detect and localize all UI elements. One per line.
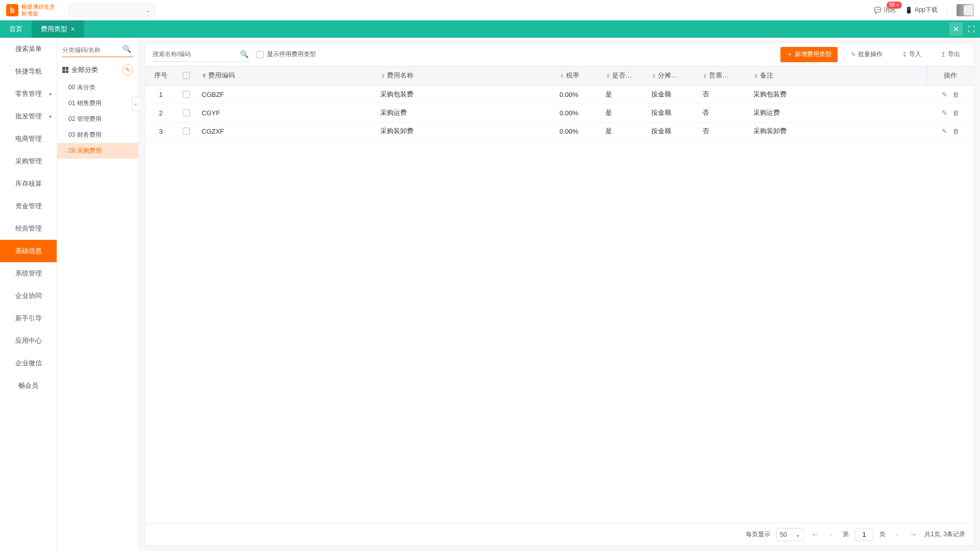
th-label: 普票… [709, 71, 729, 79]
per-page-select[interactable]: 50 ⌄ [776, 528, 804, 541]
col-checkbox[interactable] [176, 66, 197, 85]
sidebar-item-system[interactable]: 系统管理 [0, 262, 57, 285]
delete-row-button[interactable]: 🗑 [952, 128, 959, 135]
per-page-label: 每页显示 [746, 530, 770, 539]
next-page-button[interactable]: › [892, 530, 902, 540]
per-page-value: 50 [780, 531, 787, 538]
edit-row-button[interactable]: ✎ [942, 91, 947, 98]
sidebar-item-wholesale[interactable]: 批发管理▾ [0, 105, 57, 128]
category-node[interactable]: 01 销售费用 [57, 95, 138, 111]
edit-row-button[interactable]: ✎ [942, 128, 947, 135]
sidebar-item-retail[interactable]: 零售管理▾ [0, 83, 57, 105]
search-icon[interactable]: 🔍 [122, 45, 131, 53]
sort-icon: ▲▼ [559, 73, 565, 78]
category-node[interactable]: 02 管理费用 [57, 111, 138, 127]
th-label: 分摊… [658, 71, 678, 79]
col-ticket[interactable]: ▲▼普票… [697, 66, 748, 85]
col-flag[interactable]: ▲▼是否… [600, 66, 646, 85]
tabbar-close-button[interactable]: ✕ [949, 22, 963, 36]
cell-checkbox[interactable] [176, 122, 197, 140]
col-rate[interactable]: ▲▼税率 [554, 66, 600, 85]
cell-remark: 采购运费 [748, 104, 927, 122]
tab-expense-type[interactable]: 费用类型 ✕ [32, 20, 84, 38]
messages-badge: 99 + [887, 2, 902, 9]
sidebar-item-basic-info[interactable]: 基础信息 [0, 240, 57, 262]
page-input[interactable] [855, 529, 873, 541]
delete-row-button[interactable]: 🗑 [952, 91, 959, 98]
table-header-row: 序号 ▲▼费用编码 ▲▼费用名称 ▲▼税率 ▲▼是否… ▲▼分摊… ▲▼普票… … [145, 66, 973, 85]
cell-ticket: 否 [697, 85, 748, 104]
col-index[interactable]: 序号 [145, 66, 176, 85]
col-code[interactable]: ▲▼费用编码 [197, 66, 375, 85]
checkbox-icon [183, 128, 190, 135]
messages-link[interactable]: 💬 消息 99 + [874, 6, 896, 14]
col-name[interactable]: ▲▼费用名称 [375, 66, 554, 85]
fullscreen-button[interactable]: ⛶ [965, 22, 978, 36]
category-list: 00 未分类 01 销售费用 02 管理费用 03 财务费用 20 采购费用 [57, 80, 138, 551]
batch-label: 批量操作 [858, 50, 883, 59]
sidebar-item-quick-nav[interactable]: 快捷导航 [0, 60, 57, 83]
import-button[interactable]: ↧ 导入 [896, 47, 927, 62]
org-selector[interactable]: ⌄ [68, 4, 155, 17]
cell-ops: ✎🗑 [927, 85, 973, 104]
sidebar-item-search-menu[interactable]: 搜索菜单 [0, 38, 57, 60]
edit-row-button[interactable]: ✎ [942, 109, 947, 117]
close-icon[interactable]: ✕ [70, 26, 75, 33]
category-root[interactable]: 全部分类 [62, 65, 98, 74]
sidebar-item-label: 系统管理 [15, 269, 42, 278]
cell-flag: 是 [600, 104, 646, 122]
tab-expense-type-label: 费用类型 [41, 24, 67, 34]
sidebar-item-label: 搜索菜单 [15, 44, 42, 54]
export-button[interactable]: ↥ 导出 [935, 47, 966, 62]
prev-page-button[interactable]: ‹ [826, 530, 837, 540]
category-panel: 🔍 全部分类 ✎ « 00 未分类 01 销售费用 02 管理费用 03 财务费… [57, 38, 139, 551]
category-node[interactable]: 20 采购费用 [57, 143, 138, 159]
category-root-row: 全部分类 ✎ [57, 60, 138, 80]
search-icon[interactable]: 🔍 [240, 50, 249, 58]
last-page-button[interactable]: ⇥ [908, 530, 918, 540]
th-label: 税率 [566, 71, 579, 79]
first-page-button[interactable]: ⇤ [810, 530, 820, 540]
cell-flag: 是 [600, 85, 646, 104]
cell-checkbox[interactable] [176, 85, 197, 104]
category-node[interactable]: 00 未分类 [57, 80, 138, 95]
sidebar-item-purchase[interactable]: 采购管理 [0, 150, 57, 172]
sidebar-item-wechat[interactable]: 企业微信 [0, 352, 57, 374]
sidebar-item-guide[interactable]: 新手引导 [0, 307, 57, 330]
table-row: 3CGZXF采购装卸费0.00%是按金额否采购装卸费✎🗑 [145, 122, 973, 140]
table-search-input[interactable] [153, 47, 250, 62]
sidebar-item-ecommerce[interactable]: 电商管理 [0, 128, 57, 150]
checkbox-icon [183, 109, 190, 116]
category-node[interactable]: 03 财务费用 [57, 127, 138, 143]
col-remark[interactable]: ▲▼备注 [748, 66, 927, 85]
checkbox-icon [257, 51, 264, 58]
chat-icon: 💬 [874, 7, 881, 14]
category-node-label: 03 财务费用 [68, 131, 102, 138]
top-right: 💬 消息 99 + 📱 App下载 [874, 4, 974, 16]
cell-code: CGZXF [197, 122, 375, 140]
sidebar-item-label: 基础信息 [15, 246, 42, 256]
checkbox-icon [183, 91, 190, 98]
cell-checkbox[interactable] [176, 104, 197, 122]
sidebar-item-appcenter[interactable]: 应用中心 [0, 330, 57, 352]
collapse-panel-button[interactable]: « [132, 97, 139, 111]
batch-ops-button[interactable]: ✎ 批量操作 [845, 47, 889, 62]
cell-rate: 0.00% [554, 85, 600, 104]
avatar[interactable] [957, 4, 974, 16]
tab-home[interactable]: 首页 [0, 20, 32, 38]
sidebar-item-member[interactable]: 畅会员 [0, 374, 57, 397]
sidebar-item-funds[interactable]: 资金管理 [0, 195, 57, 217]
col-alloc[interactable]: ▲▼分摊… [646, 66, 697, 85]
sidebar-item-collab[interactable]: 企业协同 [0, 285, 57, 307]
add-expense-type-button[interactable]: ＋ 新增费用类型 [780, 47, 838, 62]
edit-category-button[interactable]: ✎ [122, 64, 133, 76]
delete-row-button[interactable]: 🗑 [952, 109, 959, 117]
import-label: 导入 [909, 50, 921, 59]
sidebar-item-inventory[interactable]: 库存核算 [0, 172, 57, 195]
show-disabled-checkbox[interactable]: 显示停用费用类型 [257, 50, 316, 59]
sidebar-item-operation[interactable]: 经营管理 [0, 217, 57, 240]
sidebar-item-label: 畅会员 [18, 381, 38, 390]
download-link[interactable]: 📱 App下载 [905, 6, 938, 14]
cell-rate: 0.00% [554, 122, 600, 140]
category-node-label: 02 管理费用 [68, 115, 102, 122]
